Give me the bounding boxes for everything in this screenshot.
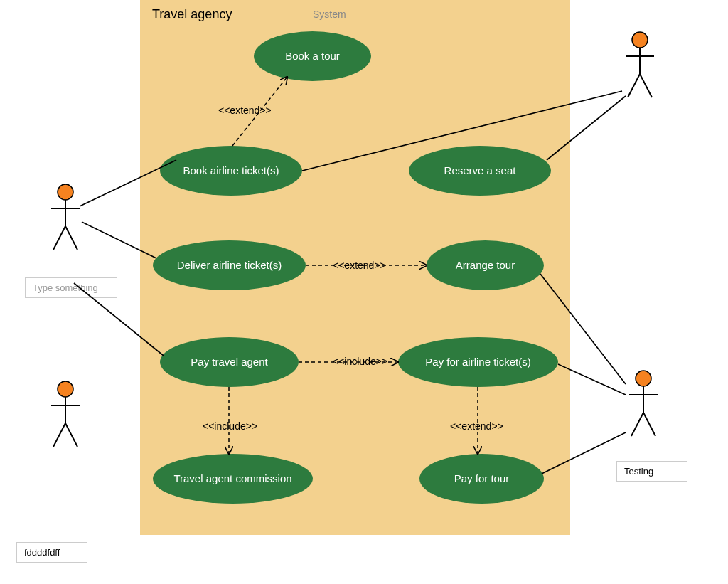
- diagram-canvas: Travel agency System Book a tour Book ai…: [0, 0, 728, 584]
- svg-point-15: [636, 371, 651, 386]
- usecase-arrange-tour[interactable]: Arrange tour: [427, 240, 544, 290]
- usecase-deliver-ticket[interactable]: Deliver airline ticket(s): [153, 240, 306, 290]
- usecase-label: Reserve a seat: [444, 164, 516, 177]
- usecase-agent-commission[interactable]: Travel agent commission: [153, 454, 313, 504]
- usecase-label: Book airline ticket(s): [183, 164, 279, 177]
- svg-line-3: [53, 226, 65, 250]
- usecase-label: Deliver airline ticket(s): [177, 259, 282, 272]
- usecase-label: Pay for airline ticket(s): [425, 356, 530, 368]
- rel-label-include1: <<include>>: [333, 356, 387, 367]
- system-stereotype: System: [313, 9, 346, 20]
- actor-1[interactable]: [48, 184, 83, 251]
- actor-3[interactable]: [622, 31, 658, 99]
- svg-line-4: [65, 226, 77, 250]
- rel-label-include2: <<include>>: [203, 420, 257, 432]
- usecase-label: Arrange tour: [456, 259, 515, 272]
- rel-label-extend2: <<extend>>: [333, 260, 386, 271]
- actor-label-3[interactable]: Testing: [616, 461, 687, 482]
- svg-point-5: [58, 381, 73, 397]
- usecase-label: Book a tour: [285, 50, 340, 63]
- actor-2[interactable]: [48, 381, 83, 448]
- usecase-label: Pay travel agent: [191, 356, 267, 368]
- svg-line-14: [640, 74, 652, 97]
- actor-label-1[interactable]: Type something: [25, 277, 117, 298]
- svg-point-10: [632, 32, 648, 48]
- svg-line-18: [631, 413, 643, 436]
- svg-line-8: [53, 423, 65, 447]
- usecase-reserve-seat[interactable]: Reserve a seat: [409, 146, 551, 196]
- rel-label-extend1: <<extend>>: [218, 105, 272, 116]
- actor-4[interactable]: [626, 370, 661, 437]
- usecase-pay-airline[interactable]: Pay for airline ticket(s): [398, 337, 558, 387]
- usecase-book-airline[interactable]: Book airline ticket(s): [160, 146, 302, 196]
- svg-point-0: [58, 184, 73, 200]
- usecase-label: Pay for tour: [454, 472, 510, 485]
- rel-label-extend3: <<extend>>: [450, 420, 503, 432]
- usecase-label: Travel agent commission: [173, 472, 291, 485]
- usecase-book-tour[interactable]: Book a tour: [254, 31, 371, 81]
- svg-line-19: [643, 413, 655, 436]
- usecase-pay-for-tour[interactable]: Pay for tour: [419, 454, 544, 504]
- usecase-pay-agent[interactable]: Pay travel agent: [160, 337, 299, 387]
- svg-line-13: [628, 74, 640, 97]
- actor-label-2[interactable]: fddddfdff: [16, 542, 87, 563]
- svg-line-9: [65, 423, 77, 447]
- system-title: Travel agency: [152, 7, 232, 22]
